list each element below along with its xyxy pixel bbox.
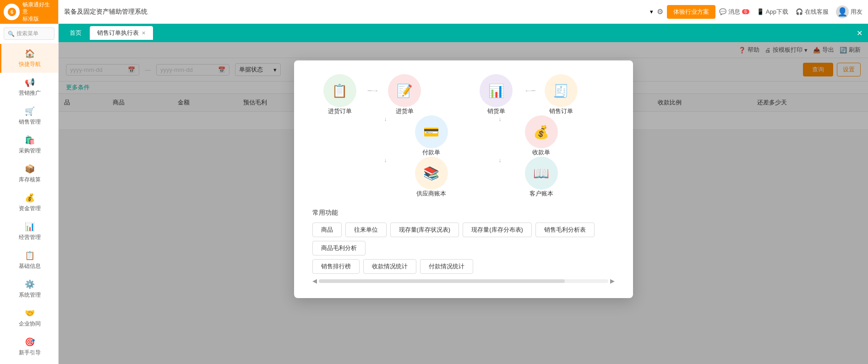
home-icon: 🏠 xyxy=(25,49,35,59)
func-btn-payment-stats[interactable]: 付款情况统计 xyxy=(420,259,473,274)
sidebar-item-purchase[interactable]: 🛍️ 采购管理 xyxy=(0,130,58,159)
arrow-right-dashed-1: - - - → xyxy=(367,85,377,96)
system-title: 装备及固定资产辅助管理系统 xyxy=(64,8,646,16)
operations-icon: 📊 xyxy=(25,222,35,232)
main-content: 装备及固定资产辅助管理系统 ▾ ⚙ 体验行业方案 💬 消息 6 📱 App下载 … xyxy=(59,0,868,364)
tab-close-icon[interactable]: ✕ xyxy=(142,30,146,36)
sales-icon: 🛒 xyxy=(25,106,35,116)
func-btn-counterpart[interactable]: 往来单位 xyxy=(345,223,387,237)
page-content: ❓ 帮助 🖨 按模板打印 ▾ 📤 导出 🔄 刷新 xyxy=(59,42,868,364)
payment-in-label: 收款单 xyxy=(532,148,550,157)
supplier-ledger-node: 📚 xyxy=(415,157,448,190)
func-buttons-row2: 销售排行榜 收款情况统计 付款情况统计 xyxy=(312,259,615,274)
marketing-icon: 📢 xyxy=(25,77,35,87)
scroll-right-icon[interactable]: ▶ xyxy=(610,277,615,284)
sales-order-node: 🧾 xyxy=(545,74,578,107)
logo-icon: 6 xyxy=(4,4,20,20)
sidebar-item-beginner[interactable]: 🎯 新手引导 xyxy=(0,332,58,361)
func-btn-product[interactable]: 商品 xyxy=(312,223,342,237)
app-download-btn[interactable]: 📱 App下载 xyxy=(757,8,788,16)
sidebar-item-inventory[interactable]: 📦 库存核算 xyxy=(0,159,58,188)
experience-btn[interactable]: 体验行业方案 xyxy=(667,5,715,19)
flow-diagram: 📋 进货订单 - - - → 📝 xyxy=(312,74,615,198)
common-functions-title: 常用功能 xyxy=(312,209,615,217)
system-icon: ⚙️ xyxy=(25,279,35,289)
online-service-btn[interactable]: 🎧 在线客服 xyxy=(796,8,829,16)
download-icon: 📱 xyxy=(757,8,764,15)
sidebar-item-marketing[interactable]: 📢 营销推广 xyxy=(0,73,58,102)
func-btn-product-profit[interactable]: 商品毛利分析 xyxy=(312,241,366,255)
search-menu-button[interactable]: 🔍 搜索菜单 xyxy=(4,27,55,40)
user-avatar-btn[interactable]: 👤 用友 xyxy=(836,5,863,18)
sales-order-label: 销售订单 xyxy=(549,107,573,115)
message-badge: 6 xyxy=(742,9,749,14)
tab-bar: 首页 销售订单执行表 ✕ ✕ xyxy=(59,24,868,42)
scrollbar-thumb xyxy=(319,279,565,283)
beginner-icon: 🎯 xyxy=(25,337,35,347)
flow-modal: 📋 进货订单 - - - → 📝 xyxy=(294,60,633,298)
sales-node: 📊 xyxy=(480,74,513,107)
purchase-order-node: 📋 xyxy=(323,74,356,107)
payment-out-label: 付款单 xyxy=(422,148,440,157)
sidebar-item-quick-nav[interactable]: 🏠 快捷导航 xyxy=(0,44,58,73)
func-btn-sales-profit[interactable]: 销售毛利分析表 xyxy=(535,223,595,237)
supplier-ledger-label: 供应商账本 xyxy=(416,190,446,198)
tab-sales-order[interactable]: 销售订单执行表 ✕ xyxy=(90,26,153,40)
arrow-left-dashed: ← - - - xyxy=(524,85,534,96)
message-icon: 💬 xyxy=(719,8,726,15)
sales-label: 销货单 xyxy=(487,107,505,115)
modal-overlay[interactable]: 📋 进货订单 - - - → 📝 xyxy=(59,42,868,364)
sidebar-item-collaboration[interactable]: 🤝 企业协同 xyxy=(0,304,58,332)
settings-icon[interactable]: ⚙ xyxy=(657,7,663,16)
search-icon: 🔍 xyxy=(8,31,15,37)
func-buttons-row1: 商品 往来单位 现存量(库存状况表) 现存量(库存分布表) 销售毛利分析表 商品… xyxy=(312,223,615,255)
avatar: 👤 xyxy=(836,5,849,18)
title-dropdown[interactable]: ▾ xyxy=(650,8,653,15)
scroll-left-icon[interactable]: ◀ xyxy=(312,277,317,284)
basic-info-icon: 📋 xyxy=(25,250,35,261)
func-btn-receipt-stats[interactable]: 收款情况统计 xyxy=(363,259,416,274)
topbar-actions: 💬 消息 6 📱 App下载 🎧 在线客服 👤 用友 xyxy=(719,5,863,18)
message-btn[interactable]: 💬 消息 6 xyxy=(719,8,749,16)
purchase-order-label: 进货订单 xyxy=(328,107,352,115)
func-btn-stock-status[interactable]: 现存量(库存状况表) xyxy=(390,223,459,237)
customer-ledger-node: 📖 xyxy=(525,157,558,190)
sidebar-item-system[interactable]: ⚙️ 系统管理 xyxy=(0,275,58,304)
modal-scrollbar-container: ◀ ▶ xyxy=(312,277,615,284)
sidebar-item-finance[interactable]: 💰 资金管理 xyxy=(0,188,58,217)
svg-text:6: 6 xyxy=(10,9,13,15)
payment-in-node: 💰 xyxy=(525,115,558,148)
customer-ledger-label: 客户账本 xyxy=(530,190,553,198)
common-functions-section: 常用功能 商品 往来单位 现存量(库存状况表) 现存量(库存分布表) 销售毛利分… xyxy=(312,209,615,274)
func-btn-sales-rank[interactable]: 销售排行榜 xyxy=(312,259,360,274)
topbar: 装备及固定资产辅助管理系统 ▾ ⚙ 体验行业方案 💬 消息 6 📱 App下载 … xyxy=(59,0,868,24)
service-icon: 🎧 xyxy=(796,8,803,15)
window-close-icon[interactable]: ✕ xyxy=(857,29,863,38)
finance-icon: 💰 xyxy=(25,193,35,203)
sidebar-item-sales[interactable]: 🛒 销售管理 xyxy=(0,102,58,130)
purchase-label: 进货单 xyxy=(396,107,414,115)
inventory-icon: 📦 xyxy=(25,164,35,174)
func-btn-stock-dist[interactable]: 现存量(库存分布表) xyxy=(463,223,532,237)
chevron-down-icon: ▾ xyxy=(650,8,653,15)
logo-text: 畅康通好生意 标准版 xyxy=(22,1,55,23)
scrollbar-track[interactable] xyxy=(319,279,608,283)
sidebar: 6 畅康通好生意 标准版 🔍 搜索菜单 🏠 快捷导航 📢 营销推广 � xyxy=(0,0,59,364)
purchase-node: 📝 xyxy=(388,74,421,107)
tab-home[interactable]: 首页 xyxy=(62,26,89,40)
sidebar-search[interactable]: 🔍 搜索菜单 xyxy=(0,24,58,44)
purchase-icon: 🛍️ xyxy=(25,135,35,145)
sidebar-nav: 🏠 快捷导航 📢 营销推广 🛒 销售管理 🛍️ 采购管理 📦 库存核算 💰 xyxy=(0,44,58,364)
collaboration-icon: 🤝 xyxy=(25,308,35,318)
payment-out-node: 💳 xyxy=(415,115,448,148)
sidebar-logo: 6 畅康通好生意 标准版 xyxy=(0,0,58,24)
sidebar-item-basic-info[interactable]: 📋 基础信息 xyxy=(0,246,58,275)
sidebar-item-operations[interactable]: 📊 经营管理 xyxy=(0,217,58,246)
